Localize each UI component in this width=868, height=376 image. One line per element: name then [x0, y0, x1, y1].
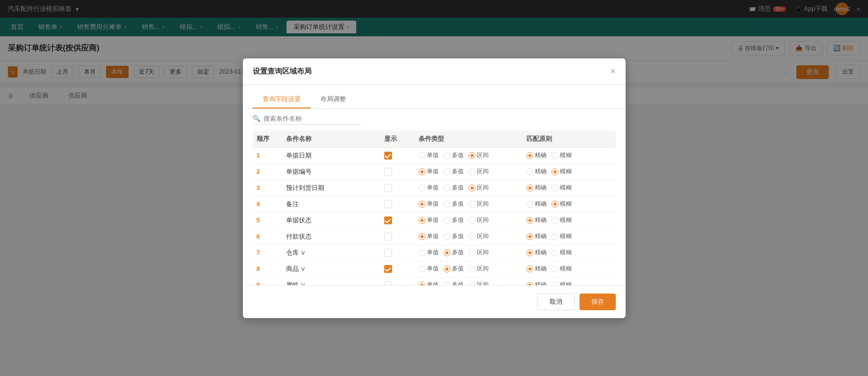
modal-tab-query-fields[interactable]: 查询字段设置	[253, 91, 311, 108]
modal-title: 设置查询区域布局	[253, 67, 312, 76]
modal-close-button[interactable]: ×	[610, 66, 616, 77]
modal-header: 设置查询区域布局 ×	[243, 58, 626, 85]
modal-tab-layout[interactable]: 布局调整	[311, 91, 356, 108]
modal-overlay: 设置查询区域布局 × 查询字段设置 布局调整 🔍 顺序 条件名称 显示	[0, 0, 868, 108]
modal: 设置查询区域布局 × 查询字段设置 布局调整 🔍 顺序 条件名称 显示	[243, 58, 626, 109]
modal-tabs: 查询字段设置 布局调整	[243, 85, 626, 109]
